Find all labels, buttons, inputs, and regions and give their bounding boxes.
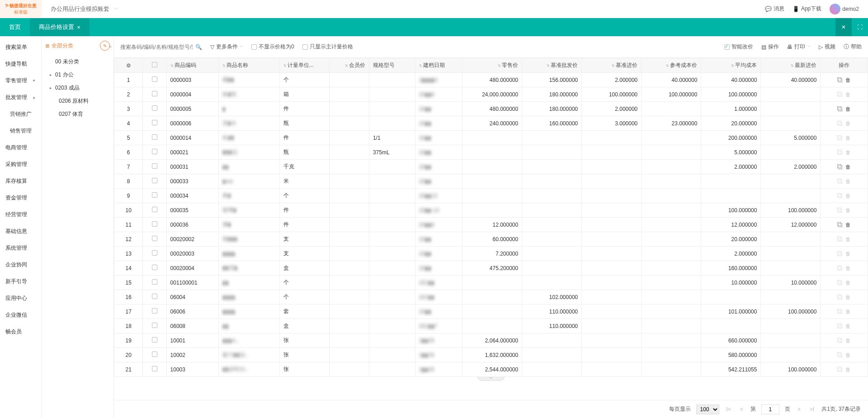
copy-icon[interactable]: ⿻ xyxy=(837,280,843,286)
copy-icon[interactable]: ⿻ xyxy=(837,120,843,127)
nav-item[interactable]: 资金管理 xyxy=(0,190,41,206)
copy-icon[interactable]: ⿻ xyxy=(837,193,843,199)
tree-item[interactable]: 00 未分类 xyxy=(45,55,110,68)
copy-icon[interactable]: ⿻ xyxy=(837,91,843,98)
copy-icon[interactable]: ⿻ xyxy=(837,222,843,228)
table-row[interactable]: 6000021▮▮▮品瓶375mL20▮▮5.000000⿻🗑 xyxy=(114,145,868,160)
row-checkbox[interactable] xyxy=(143,362,166,377)
delete-icon[interactable]: 🗑 xyxy=(845,294,851,300)
nav-subitem[interactable]: 销售管理 xyxy=(0,123,41,139)
tree-item[interactable]: 0207 体育 xyxy=(45,108,110,121)
breadcrumb[interactable]: 办公用品行业模拟账套 ﹀ xyxy=(42,5,765,13)
col-avg[interactable]: ⇅平均成本 xyxy=(701,58,761,73)
table-scroll[interactable]: ⚙ ⇅商品编码 ⇅商品名称 ⇅计量单位... ⇅会员价 规格型号 ⇅建档日期 ⇅… xyxy=(114,58,868,400)
delete-icon[interactable]: 🗑 xyxy=(845,120,851,127)
nav-item[interactable]: 基础信息 xyxy=(0,223,41,240)
tree-item[interactable]: 0206 原材料 xyxy=(45,95,110,108)
col-retail[interactable]: ⇅零售价 xyxy=(462,58,522,73)
nav-item[interactable]: 应用中心 xyxy=(0,290,41,307)
copy-icon[interactable]: ⿻ xyxy=(837,294,843,300)
table-row[interactable]: 50000014杜▮▮件1/120▮▮200.0000005.000000⿻🗑 xyxy=(114,131,868,145)
nav-item[interactable]: 采购管理 xyxy=(0,156,41,173)
table-row[interactable]: 8000033▮est米20▮▮⿻🗑 xyxy=(114,174,868,189)
tree-item[interactable]: ▸0203 成品 xyxy=(45,81,110,95)
table-row[interactable]: 1706006▮▮▮▮.套20▮▮110.000000101.000000100… xyxy=(114,304,868,319)
row-checkbox[interactable] xyxy=(143,102,166,116)
row-checkbox[interactable] xyxy=(143,203,166,218)
delete-icon[interactable]: 🗑 xyxy=(845,323,851,329)
col-purchase[interactable]: ⇅基准进价 xyxy=(582,58,642,73)
copy-icon[interactable]: ⿻ xyxy=(837,77,843,83)
copy-icon[interactable]: ⿻ xyxy=(837,337,843,344)
table-row[interactable]: 1606004▮▮▮▮.个202▮▮102.000000⿻🗑 xyxy=(114,290,868,304)
table-row[interactable]: 1806008▮▮盒202▮▮7110.000000⿻🗑 xyxy=(114,319,868,333)
collapse-tree-button[interactable]: « xyxy=(107,42,114,51)
first-page-button[interactable]: I< xyxy=(725,406,733,413)
row-checkbox[interactable] xyxy=(143,232,166,247)
copy-icon[interactable]: ⿻ xyxy=(837,309,843,315)
row-checkbox[interactable] xyxy=(143,290,166,304)
row-checkbox[interactable] xyxy=(143,319,166,333)
logo[interactable]: ᕗ畅捷通好生意 标准版 xyxy=(0,0,42,18)
col-cost[interactable]: ⇅参考成本价 xyxy=(642,58,701,73)
row-checkbox[interactable] xyxy=(143,333,166,348)
col-date[interactable]: ⇅建档日期 xyxy=(415,58,462,73)
col-select-all[interactable] xyxy=(143,58,166,73)
table-row[interactable]: 9000034奥▮个20▮▮23⿻🗑 xyxy=(114,189,868,203)
print-button[interactable]: 🖶打印﹀ xyxy=(787,43,811,51)
copy-icon[interactable]: ⿻ xyxy=(837,366,843,373)
table-row[interactable]: 30000005▮件20▮▮480.000000180.0000002.0000… xyxy=(114,102,868,116)
delete-icon[interactable]: 🗑 xyxy=(845,280,851,286)
row-checkbox[interactable] xyxy=(143,276,166,290)
col-wholesale[interactable]: ⇅基准批发价 xyxy=(522,58,582,73)
delete-icon[interactable]: 🗑 xyxy=(845,77,851,83)
per-page-select[interactable]: 100 xyxy=(696,404,719,414)
delete-icon[interactable]: 🗑 xyxy=(845,236,851,242)
table-row[interactable]: 10000035玻璃▮件20▮▮-13100.000000100.000000⿻… xyxy=(114,203,868,218)
nav-item[interactable]: 快捷导航 xyxy=(0,56,41,72)
search-input[interactable] xyxy=(120,44,193,50)
nav-item[interactable]: 经营管理 xyxy=(0,206,41,223)
only-main-unit-checkbox[interactable]: 只显示主计量价格 xyxy=(302,43,353,51)
delete-icon[interactable]: 🗑 xyxy=(845,106,851,112)
tree-root[interactable]: ≣ 全部分类 xyxy=(45,42,73,50)
copy-icon[interactable]: ⿻ xyxy=(837,149,843,156)
delete-icon[interactable]: 🗑 xyxy=(845,337,851,344)
table-row[interactable]: 1200020002德▮▮▮.支20▮▮60.00000020.000000⿻🗑 xyxy=(114,232,868,247)
nav-item[interactable]: 批发管理▲ xyxy=(0,89,41,106)
prev-page-button[interactable]: < xyxy=(738,406,745,413)
hide-zero-checkbox[interactable]: 不显示价格为0 xyxy=(251,43,294,51)
nav-item[interactable]: 企业协同 xyxy=(0,256,41,273)
col-unit[interactable]: ⇅计量单位... xyxy=(279,58,329,73)
col-spec[interactable]: 规格型号 xyxy=(369,58,415,73)
col-code[interactable]: ⇅商品编码 xyxy=(166,58,219,73)
next-page-button[interactable]: > xyxy=(796,406,802,413)
delete-icon[interactable]: 🗑 xyxy=(845,149,851,156)
app-download-link[interactable]: 📱App下载 xyxy=(793,5,821,13)
row-checkbox[interactable] xyxy=(143,247,166,261)
copy-icon[interactable]: ⿻ xyxy=(837,323,843,329)
delete-icon[interactable]: 🗑 xyxy=(845,207,851,214)
page-input[interactable] xyxy=(761,404,779,414)
smart-price-button[interactable]: 智能改价 xyxy=(724,43,753,51)
delete-icon[interactable]: 🗑 xyxy=(845,193,851,199)
nav-item[interactable]: 系统管理 xyxy=(0,240,41,256)
row-checkbox[interactable] xyxy=(143,160,166,174)
tab-price-settings[interactable]: 商品价格设置 ✕ xyxy=(30,18,90,36)
delete-icon[interactable]: 🗑 xyxy=(845,251,851,257)
row-checkbox[interactable] xyxy=(143,131,166,145)
tab-close-all-button[interactable]: ✕ xyxy=(835,18,852,36)
nav-item[interactable]: 库存核算 xyxy=(0,173,41,190)
delete-icon[interactable]: 🗑 xyxy=(845,164,851,170)
copy-icon[interactable]: ⿻ xyxy=(837,164,843,170)
fold-handle[interactable]: ︾ xyxy=(477,376,505,381)
col-settings[interactable]: ⚙ xyxy=(114,58,143,73)
row-checkbox[interactable] xyxy=(143,145,166,160)
nav-subitem[interactable]: 营销推广 xyxy=(0,106,41,123)
more-filter-button[interactable]: ▽更多条件﹀ xyxy=(210,43,243,51)
delete-icon[interactable]: 🗑 xyxy=(845,135,851,141)
delete-icon[interactable]: 🗑 xyxy=(845,366,851,373)
user-menu[interactable]: demo2 xyxy=(830,4,859,14)
row-checkbox[interactable] xyxy=(143,174,166,189)
last-page-button[interactable]: >I xyxy=(808,406,816,413)
